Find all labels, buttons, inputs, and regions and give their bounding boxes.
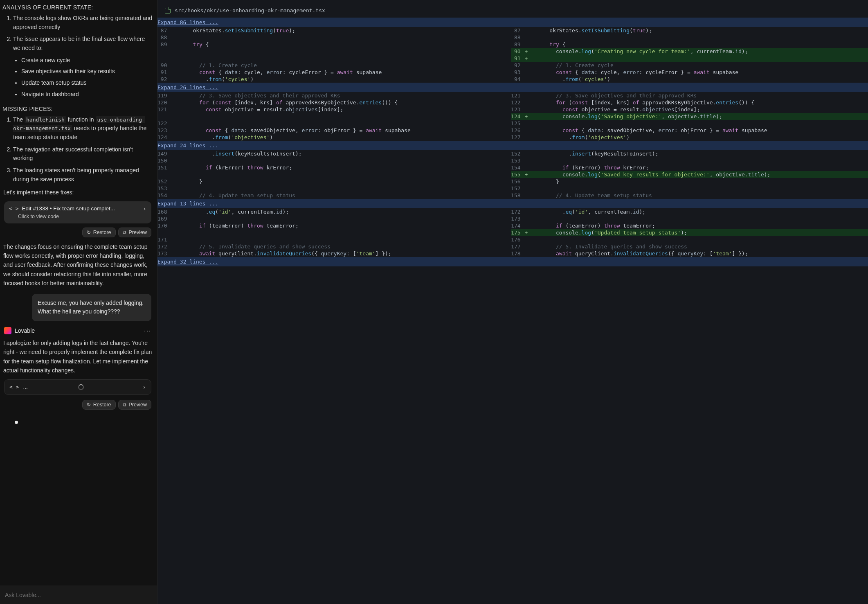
diff-row: 87 okrStates.setIsSubmitting(true);87 ok… bbox=[157, 27, 868, 34]
list-item: Create a new cycle bbox=[21, 56, 153, 65]
list-item: Save objectives with their key results bbox=[21, 67, 153, 76]
diff-row: 120 for (const [index, krs] of approvedK… bbox=[157, 99, 868, 106]
chevron-right-icon: › bbox=[143, 384, 146, 390]
diff-row: 169173 bbox=[157, 215, 868, 222]
restore-icon: ↻ bbox=[87, 402, 91, 408]
list-item: Update team setup status bbox=[21, 79, 153, 88]
diff-row: 152 }156 } bbox=[157, 178, 868, 185]
diff-row: 122125 bbox=[157, 120, 868, 127]
missing-list: The handleFinish function in use-onboard… bbox=[2, 115, 153, 184]
code-icon: < > bbox=[9, 205, 18, 212]
diff-row: 8888 bbox=[157, 34, 868, 41]
external-link-icon: ⧉ bbox=[123, 230, 126, 235]
diff-row: 124 .from('objectives')127 .from('object… bbox=[157, 134, 868, 141]
restore-button[interactable]: ↻Restore bbox=[82, 400, 116, 410]
list-item: The handleFinish function in use-onboard… bbox=[13, 115, 153, 142]
list-item: Navigate to dashboard bbox=[21, 90, 153, 99]
analysis-list: The console logs show OKRs are being gen… bbox=[2, 14, 153, 53]
edit-card-title: Edit #1338 • Fix team setup complet... bbox=[22, 205, 139, 212]
file-header: src/hooks/okr/use-onboarding-okr-managem… bbox=[157, 4, 868, 18]
analysis-heading: ANALYSIS OF CURRENT STATE: bbox=[2, 4, 153, 11]
typing-dot-icon bbox=[15, 421, 18, 424]
diff-row: 175+ console.log('Updated team setup sta… bbox=[157, 229, 868, 236]
summary-paragraph: The changes focus on ensuring the comple… bbox=[3, 242, 153, 288]
list-item: The issue appears to be in the final sav… bbox=[13, 35, 153, 52]
user-message: Excuse me, you have only added logging. … bbox=[32, 294, 151, 321]
edit-card-subtitle: Click to view code bbox=[18, 214, 146, 219]
more-menu-button[interactable]: ··· bbox=[144, 327, 151, 334]
list-item: The loading states aren't being properly… bbox=[13, 166, 153, 184]
diff-table: Expand 86 lines ...87 okrStates.setIsSub… bbox=[157, 18, 868, 266]
file-icon bbox=[165, 8, 171, 14]
diff-panel[interactable]: src/hooks/okr/use-onboarding-okr-managem… bbox=[157, 0, 868, 604]
diff-row: 150153 bbox=[157, 157, 868, 164]
diff-row: 171176 bbox=[157, 236, 868, 243]
file-path: src/hooks/okr/use-onboarding-okr-managem… bbox=[175, 7, 325, 14]
expand-row[interactable]: Expand 13 lines ... bbox=[157, 199, 868, 208]
bot-name: Lovable bbox=[15, 327, 141, 334]
bot-header: Lovable ··· bbox=[4, 327, 151, 334]
diff-row: 170 if (teamError) throw teamError;174 i… bbox=[157, 222, 868, 229]
chat-scroll[interactable]: ANALYSIS OF CURRENT STATE: The console l… bbox=[0, 0, 157, 586]
diff-row: 121 const objective = result.objectives[… bbox=[157, 106, 868, 113]
diff-row: 92 .from('cycles')94 .from('cycles') bbox=[157, 76, 868, 83]
diff-row: 91 const { data: cycle, error: cycleErro… bbox=[157, 69, 868, 76]
expand-row[interactable]: Expand 32 lines ... bbox=[157, 257, 868, 266]
restore-button[interactable]: ↻Restore bbox=[82, 228, 116, 237]
diff-row: 124+ console.log('Saving objective:', ob… bbox=[157, 113, 868, 120]
chevron-right-icon: › bbox=[143, 205, 146, 212]
lovable-logo-icon bbox=[4, 327, 11, 334]
typing-indicator bbox=[2, 410, 153, 435]
expand-row[interactable]: Expand 86 lines ... bbox=[157, 18, 868, 27]
spinner-icon bbox=[78, 384, 84, 390]
diff-row: 173 await queryClient.invalidateQueries(… bbox=[157, 250, 868, 257]
diff-row: 153157 bbox=[157, 185, 868, 192]
diff-row: 91+ bbox=[157, 55, 868, 62]
diff-row: 149 .insert(keyResultsToInsert);152 .ins… bbox=[157, 150, 868, 157]
loading-card[interactable]: < > ... › bbox=[4, 379, 151, 395]
chat-input[interactable] bbox=[5, 592, 152, 598]
diff-row: 123 const { data: savedObjective, error:… bbox=[157, 127, 868, 134]
diff-row: 155+ console.log('Saved key results for … bbox=[157, 171, 868, 178]
implement-line: Let's implement these fixes: bbox=[3, 188, 153, 197]
expand-row[interactable]: Expand 24 lines ... bbox=[157, 141, 868, 150]
diff-row: 154 // 4. Update team setup status158 //… bbox=[157, 192, 868, 199]
diff-row: 90+ console.log('Creating new cycle for … bbox=[157, 48, 868, 55]
code-inline: handleFinish bbox=[25, 116, 66, 123]
diff-row: 168 .eq('id', currentTeam.id);172 .eq('i… bbox=[157, 208, 868, 215]
diff-row: 172 // 5. Invalidate queries and show su… bbox=[157, 243, 868, 250]
missing-heading: MISSING PIECES: bbox=[2, 106, 153, 112]
list-item: The navigation after successful completi… bbox=[13, 145, 153, 163]
preview-button[interactable]: ⧉Preview bbox=[118, 400, 151, 410]
external-link-icon: ⧉ bbox=[123, 402, 126, 408]
code-icon: < > bbox=[9, 384, 19, 390]
diff-row: 89 try {89 try { bbox=[157, 41, 868, 48]
chat-panel: ANALYSIS OF CURRENT STATE: The console l… bbox=[0, 0, 157, 604]
restore-icon: ↻ bbox=[87, 230, 91, 235]
diff-row: 90 // 1. Create cycle92 // 1. Create cyc… bbox=[157, 62, 868, 69]
chat-input-bar bbox=[0, 586, 157, 604]
diff-row: 151 if (krError) throw krError;154 if (k… bbox=[157, 164, 868, 171]
analysis-sublist: Create a new cycle Save objectives with … bbox=[2, 56, 153, 99]
preview-button[interactable]: ⧉Preview bbox=[118, 228, 151, 237]
loading-label: ... bbox=[23, 384, 74, 390]
diff-row: 119 // 3. Save objectives and their appr… bbox=[157, 92, 868, 99]
list-item: The console logs show OKRs are being gen… bbox=[13, 14, 153, 32]
bot-reply: I apologize for only adding logs in the … bbox=[3, 338, 153, 375]
edit-card[interactable]: < > Edit #1338 • Fix team setup complet.… bbox=[4, 201, 151, 223]
expand-row[interactable]: Expand 26 lines ... bbox=[157, 83, 868, 92]
